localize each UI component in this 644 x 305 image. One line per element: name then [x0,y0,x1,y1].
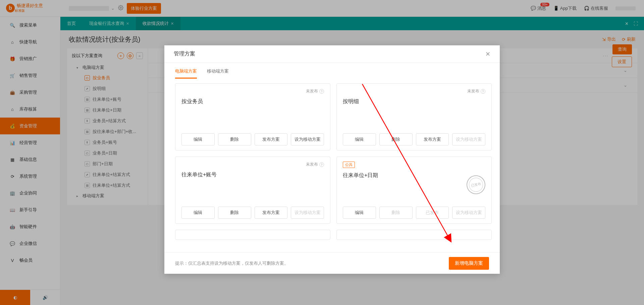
modal-manage-scheme: 管理方案 ✕ 电脑端方案 移动端方案 未发布 ?按业务员编辑删除发布方案设为移动… [164,45,500,274]
scheme-card-partial [175,230,330,240]
card-status: 未发布 ? [306,162,324,167]
card-title: 按明细 [343,98,485,105]
card-delete-button: 删除 [379,207,413,219]
modal-header: 管理方案 ✕ [164,45,500,63]
modal-tab-mobile[interactable]: 移动端方案 [207,68,229,79]
card-published-button: 已发布 [416,207,449,219]
card-publish-button[interactable]: 发布方案 [255,133,288,145]
card-edit-button[interactable]: 编辑 [181,207,215,219]
card-title: 按业务员 [181,98,324,105]
card-status: 未发布 ? [467,88,485,94]
card-setmobile-button[interactable]: 设为移动方案 [291,133,324,145]
card-setmobile-button: 设为移动方案 [452,207,485,219]
help-icon[interactable]: ? [319,162,324,167]
card-edit-button[interactable]: 编辑 [343,207,376,219]
modal-tab-pc[interactable]: 电脑端方案 [175,68,197,79]
add-pc-scheme-button[interactable]: 新增电脑方案 [449,257,489,270]
card-edit-button[interactable]: 编辑 [343,133,376,145]
modal-body: 未发布 ?按业务员编辑删除发布方案设为移动方案未发布 ?按明细编辑删除发布方案设… [164,79,500,252]
scheme-card-partial [336,230,492,240]
scheme-card: 未发布 ?往来单位+账号编辑删除发布方案设为移动方案 [175,157,330,224]
help-icon[interactable]: ? [481,89,485,94]
card-publish-button[interactable]: 发布方案 [255,207,288,219]
card-publish-button[interactable]: 发布方案 [416,133,449,145]
modal-tip: 提示：仅汇总表支持设为移动方案，仅发布人可删除方案。 [175,260,288,266]
card-title: 往来单位+日期 [343,172,485,179]
card-setmobile-button: 设为移动方案 [291,207,324,219]
scheme-card: 未发布 ?按明细编辑删除发布方案设为移动方案 [336,83,492,150]
card-delete-button[interactable]: 删除 [218,133,251,145]
public-tag: 公共 [343,162,355,168]
modal-tabs: 电脑端方案 移动端方案 [164,63,500,79]
scheme-card: 未发布 ?按业务员编辑删除发布方案设为移动方案 [175,83,330,150]
card-setmobile-button: 设为移动方案 [452,133,485,145]
scheme-card: 公共往来单位+日期已发布编辑删除已发布设为移动方案 [336,157,492,224]
card-delete-button[interactable]: 删除 [379,133,413,145]
card-edit-button[interactable]: 编辑 [181,133,215,145]
help-icon[interactable]: ? [319,89,324,94]
card-delete-button[interactable]: 删除 [218,207,251,219]
modal-title: 管理方案 [174,50,195,57]
card-title: 往来单位+账号 [181,171,324,178]
modal-footer: 提示：仅汇总表支持设为移动方案，仅发布人可删除方案。 新增电脑方案 [164,252,500,274]
card-status: 未发布 ? [306,88,324,94]
modal-close-button[interactable]: ✕ [485,50,490,58]
